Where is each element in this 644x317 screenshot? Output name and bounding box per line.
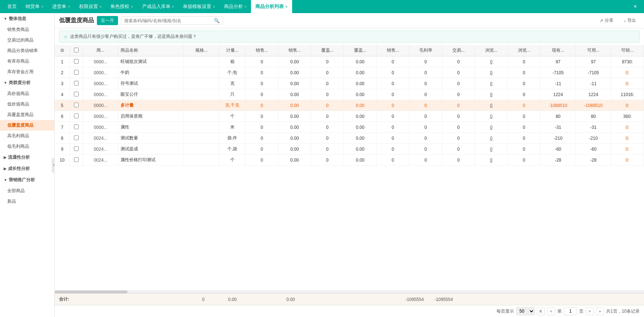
row-select-checkbox[interactable] (74, 81, 79, 86)
settings-icon[interactable]: ⚙ (60, 48, 64, 53)
row-checkbox[interactable] (70, 122, 83, 133)
nav-close-template[interactable]: × (213, 4, 215, 9)
row-checkbox[interactable] (70, 144, 83, 155)
row-checkbox[interactable] (70, 89, 83, 100)
row-browse1[interactable]: 0 (475, 100, 508, 111)
nav-item-inventory[interactable]: 产成品入库单 × (138, 0, 178, 13)
row-browse1[interactable]: 0 (475, 111, 508, 122)
row-select-checkbox[interactable] (74, 92, 79, 96)
row-browse1[interactable]: 0 (475, 155, 508, 166)
window-close-button[interactable]: × (629, 0, 641, 13)
row-browse1[interactable]: 0 (475, 144, 508, 155)
row-browse1[interactable]: 0 (475, 89, 508, 100)
nav-close-purchase[interactable]: × (68, 4, 70, 9)
page-size-select[interactable]: 50 100 200 (516, 307, 535, 315)
nav-close-analysis-list[interactable]: × (285, 4, 287, 9)
first-page-button[interactable]: K (537, 307, 545, 315)
row-select-checkbox[interactable] (74, 135, 79, 140)
row-select-checkbox[interactable] (74, 70, 79, 75)
nav-close-inventory[interactable]: × (172, 4, 174, 9)
row-name: 测试提成 (118, 144, 184, 155)
sidebar-item-low-profit[interactable]: 低毛利商品 (0, 141, 54, 152)
row-current: -28 (541, 155, 576, 166)
row-checkbox[interactable] (70, 100, 83, 111)
sidebar-item-category-rate[interactable]: 商品分类动销率 (0, 45, 54, 56)
sidebar: « ▼ 整体信息 销售类商品 交易过的商品 商品分类动销率 有库存商品 库存资金… (0, 13, 55, 317)
date-btn-month[interactable]: 近一月 (97, 16, 118, 25)
nav-close-roles[interactable]: × (131, 4, 133, 9)
row-browse1[interactable]: 0 (475, 67, 508, 78)
row-name: 属性价格打印测试 (118, 155, 184, 166)
sidebar-item-capital-usage[interactable]: 库存资金占用 (0, 67, 54, 77)
sidebar-section-cluster[interactable]: ▼ 类群度分析 (0, 77, 54, 88)
nav-close-analysis[interactable]: × (244, 4, 247, 9)
page-number-input[interactable] (564, 307, 577, 315)
table-container[interactable]: ⚙ 商... 商品名称 规格... 计量... 销售... 销售... 覆盖..… (55, 45, 644, 290)
prev-page-button[interactable]: < (547, 307, 555, 315)
row-cover1: 0 (311, 133, 344, 144)
row-code: 0000... (83, 111, 118, 122)
sidebar-section-liquidity[interactable]: ▶ 流通性分析 (0, 152, 54, 163)
row-browse1[interactable]: 0 (475, 56, 508, 67)
nav-item-template[interactable]: 单据模板设置 × (178, 0, 219, 13)
share-button[interactable]: ↗ 分享 (596, 16, 617, 25)
row-checkbox[interactable] (70, 78, 83, 89)
row-select-checkbox[interactable] (74, 146, 79, 151)
row-checkbox[interactable] (70, 133, 83, 144)
nav-item-analysis[interactable]: 商品分析 × (220, 0, 251, 13)
row-checkbox[interactable] (70, 111, 83, 122)
horizontal-scrollbar[interactable] (55, 290, 644, 293)
row-sales2: 0.00 (278, 122, 311, 133)
row-sales1: 0 (246, 89, 278, 100)
nav-item-analysis-list[interactable]: 商品分析列表 × (251, 0, 292, 13)
row-select-checkbox[interactable] (74, 157, 79, 162)
row-select-checkbox[interactable] (74, 124, 79, 129)
page-title: 低覆盖度商品 (59, 17, 94, 24)
row-browse1[interactable]: 0 (475, 122, 508, 133)
export-icon: ↓ (624, 18, 626, 23)
sidebar-item-inventory-goods[interactable]: 有库存商品 (0, 56, 54, 67)
nav-close-permissions[interactable]: × (99, 4, 102, 9)
nav-item-roles[interactable]: 角色授权 × (106, 0, 137, 13)
search-input[interactable] (124, 18, 214, 23)
sidebar-item-new-goods[interactable]: 新品 (0, 196, 54, 207)
sidebar-item-traded-goods[interactable]: 交易过的商品 (0, 35, 54, 45)
footer-spacer2 (247, 297, 276, 302)
sidebar-section-overall[interactable]: ▼ 整体信息 (0, 13, 54, 24)
sidebar-item-low-coverage[interactable]: 低覆盖度商品 (0, 120, 54, 131)
sidebar-section-growth[interactable]: ▶ 成长性分析 (0, 163, 54, 174)
row-checkbox[interactable] (70, 67, 83, 78)
row-cover2: 0.00 (344, 133, 377, 144)
row-browse2: 0 (508, 100, 541, 111)
sidebar-item-low-value[interactable]: 低价值商品 (0, 99, 54, 110)
sidebar-item-high-profit[interactable]: 高毛利商品 (0, 131, 54, 141)
row-checkbox[interactable] (70, 56, 83, 67)
nav-item-purchase[interactable]: 进货单 × (48, 0, 74, 13)
search-icon[interactable]: 🔍 (214, 18, 220, 23)
sidebar-section-marketing[interactable]: ▼ 营销推广分析 (0, 174, 54, 186)
col-settings[interactable]: ⚙ (55, 45, 70, 56)
select-all-checkbox[interactable] (74, 48, 79, 52)
sidebar-item-sales-goods[interactable]: 销售类商品 (0, 24, 54, 35)
row-num: 9 (55, 144, 70, 155)
scrollbar-thumb[interactable] (55, 290, 127, 293)
row-cover2: 0.00 (344, 89, 377, 100)
last-page-button[interactable]: » (596, 307, 604, 315)
row-checkbox[interactable] (70, 155, 83, 166)
sidebar-item-high-value[interactable]: 高价值商品 (0, 88, 54, 99)
sidebar-collapse-button[interactable]: « (52, 158, 55, 173)
sidebar-item-high-coverage[interactable]: 高覆盖度商品 (0, 110, 54, 120)
nav-item-home[interactable]: 首页 (3, 0, 21, 13)
row-sales2: 0.00 (278, 56, 311, 67)
export-button[interactable]: ↓ 导出 (620, 16, 640, 25)
row-browse1[interactable]: 0 (475, 78, 508, 89)
next-page-button[interactable]: > (586, 307, 594, 315)
nav-item-sales[interactable]: 销货单 × (21, 0, 48, 13)
nav-close-sales[interactable]: × (41, 4, 43, 9)
row-browse1[interactable]: 0 (475, 133, 508, 144)
row-select-checkbox[interactable] (74, 103, 79, 107)
nav-item-permissions[interactable]: 权限设置 × (75, 0, 106, 13)
row-select-checkbox[interactable] (74, 114, 79, 118)
row-select-checkbox[interactable] (74, 59, 79, 64)
sidebar-item-all-goods[interactable]: 全部商品 (0, 186, 54, 196)
